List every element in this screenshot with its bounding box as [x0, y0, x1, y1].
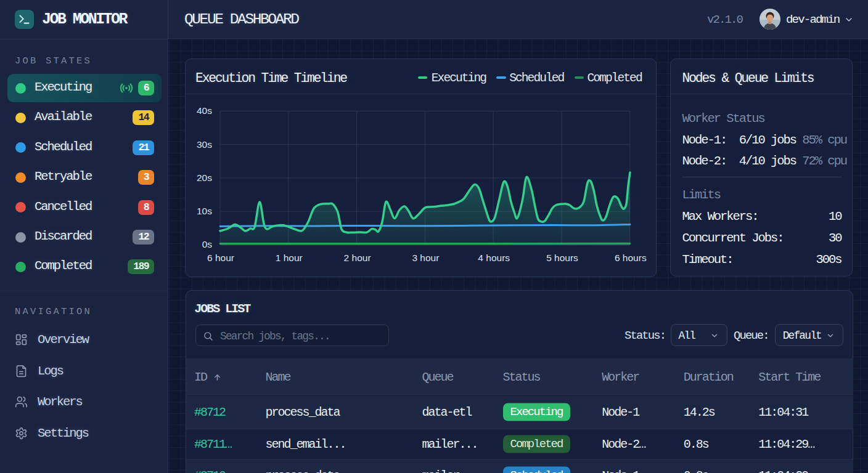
svg-text:10s: 10s: [197, 206, 212, 216]
svg-text:4 hours: 4 hours: [478, 253, 510, 263]
svg-text:20s: 20s: [197, 172, 212, 183]
svg-text:2 hour: 2 hour: [344, 253, 371, 263]
svg-text:40s: 40s: [197, 105, 212, 116]
svg-text:30s: 30s: [197, 139, 212, 150]
svg-text:6 hour: 6 hour: [207, 253, 234, 263]
svg-text:6 hours: 6 hours: [615, 253, 647, 263]
svg-text:0s: 0s: [202, 239, 213, 249]
svg-text:1 hour: 1 hour: [276, 253, 303, 263]
svg-text:5 hours: 5 hours: [546, 253, 578, 263]
svg-text:3 hour: 3 hour: [412, 253, 439, 263]
